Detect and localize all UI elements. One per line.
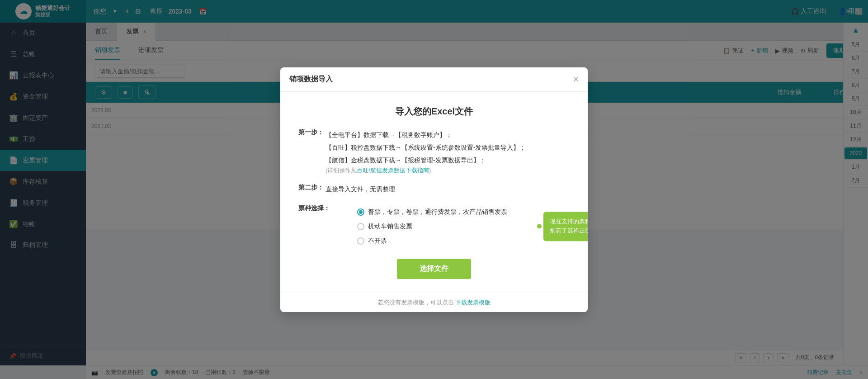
step2-row: 第二步： 直接导入文件，无需整理 (298, 184, 570, 195)
modal-footer-text: 若您没有发票模版，可以点击 (377, 299, 454, 306)
select-file-row: 选择文件 (298, 259, 570, 279)
tooltip-area: × 现在支持的票种多了，导入发票时别忘了选择正确的发票类型呀! (537, 212, 588, 242)
guide-link[interactable]: 百旺/航信发票数据下载指南 (357, 167, 429, 174)
radio-label-3: 不开票 (368, 237, 387, 245)
modal-footer: 若您没有发票模版，可以点击 下载发票模版 (280, 293, 588, 312)
step1-content: 【全电平台】数据下载→【税务数字账户】； 【百旺】税控盘数据下载→【系统设置-系… (326, 128, 526, 175)
step1-label: 第一步： (298, 128, 326, 171)
ticket-type-row: 票种选择： 普票，专票，卷票，通行费发票，农产品销售发票 机动车销售 (298, 204, 570, 245)
import-modal: 销项数据导入 × 导入您的Excel文件 第一步： 【全电平台】数据下载→【税务… (280, 67, 588, 312)
radio-circle-2 (357, 223, 364, 230)
modal-title: 销项数据导入 (289, 75, 333, 84)
modal-body: 导入您的Excel文件 第一步： 【全电平台】数据下载→【税务数字账户】； 【百… (280, 92, 588, 293)
download-template-link[interactable]: 下载发票模版 (455, 299, 491, 306)
ticket-type-label: 票种选择： (298, 204, 330, 242)
radio-item-3[interactable]: 不开票 (357, 237, 507, 245)
modal-header: 销项数据导入 × (280, 67, 588, 92)
tooltip-text: 现在支持的票种多了，导入发票时别忘了选择正确的发票类型呀! (550, 218, 588, 234)
radio-item-2[interactable]: 机动车销售发票 × 现在支持的票种多了，导入发票时别忘了选择正确的发票类型呀! (357, 223, 507, 231)
step2-block: 第二步： 直接导入文件，无需整理 (298, 184, 570, 195)
step1-line1: 【全电平台】数据下载→【税务数字账户】； (326, 128, 526, 141)
step1-note: (详细操作见百旺/航信发票数据下载指南) (326, 166, 526, 175)
radio-circle-3 (357, 237, 364, 245)
radio-item-1[interactable]: 普票，专票，卷票，通行费发票，农产品销售发票 (357, 208, 507, 216)
step1-row: 第一步： 【全电平台】数据下载→【税务数字账户】； 【百旺】税控盘数据下载→【系… (298, 128, 570, 175)
ticket-type-block: 票种选择： 普票，专票，卷票，通行费发票，农产品销售发票 机动车销售 (298, 204, 570, 245)
step1-block: 第一步： 【全电平台】数据下载→【税务数字账户】； 【百旺】税控盘数据下载→【系… (298, 128, 570, 175)
radio-group: 普票，专票，卷票，通行费发票，农产品销售发票 机动车销售发票 × (357, 208, 507, 245)
modal-close-button[interactable]: × (573, 75, 579, 84)
tooltip-dot (537, 224, 542, 229)
step2-label: 第二步： (298, 184, 326, 192)
radio-dot-1 (359, 210, 363, 214)
step1-line3: 【航信】金税盘数据下载→【报税管理-发票数据导出】； (326, 154, 526, 166)
tooltip-box: × 现在支持的票种多了，导入发票时别忘了选择正确的发票类型呀! (543, 212, 588, 242)
radio-circle-1 (357, 208, 364, 216)
modal-overlay: 销项数据导入 × 导入您的Excel文件 第一步： 【全电平台】数据下载→【税务… (0, 0, 868, 379)
step1-line2: 【百旺】税控盘数据下载→【系统设置-系统参数设置-发票批量导入】； (326, 141, 526, 154)
select-file-button[interactable]: 选择文件 (397, 259, 471, 279)
modal-main-title: 导入您的Excel文件 (298, 105, 570, 118)
radio-label-2: 机动车销售发票 (368, 223, 412, 231)
radio-label-1: 普票，专票，卷票，通行费发票，农产品销售发票 (368, 208, 507, 216)
step2-text: 直接导入文件，无需整理 (326, 185, 395, 194)
